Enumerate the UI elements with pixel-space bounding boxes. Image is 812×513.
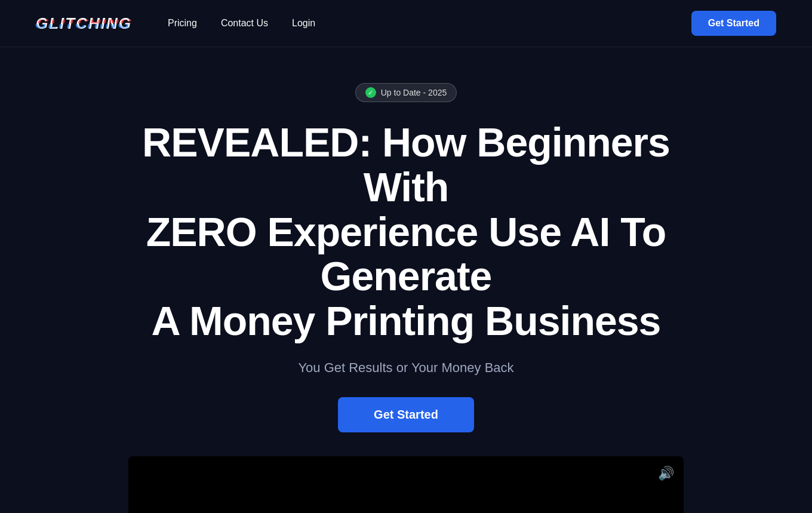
- navbar-left: GLITCHING Pricing Contact Us Login: [36, 14, 315, 33]
- nav-get-started-button[interactable]: Get Started: [691, 11, 776, 36]
- badge-check-icon: ✓: [365, 87, 376, 98]
- hero-title: REVEALED: How Beginners With ZERO Experi…: [137, 120, 675, 343]
- badge-text: Up to Date - 2025: [381, 88, 447, 97]
- volume-icon[interactable]: 🔊: [658, 466, 674, 481]
- hero-title-line1: REVEALED: How Beginners With: [142, 119, 670, 210]
- video-player[interactable]: 🔊: [128, 456, 684, 513]
- site-logo[interactable]: GLITCHING: [36, 14, 132, 33]
- hero-get-started-button[interactable]: Get Started: [338, 397, 474, 432]
- hero-subtitle: You Get Results or Your Money Back: [298, 360, 513, 376]
- hero-title-line2: ZERO Experience Use AI To Generate: [146, 209, 666, 299]
- hero-title-line3: A Money Printing Business: [152, 298, 661, 343]
- hero-section: ✓ Up to Date - 2025 REVEALED: How Beginn…: [0, 47, 812, 513]
- logo-text: GLITCHING: [36, 14, 132, 33]
- navbar: GLITCHING Pricing Contact Us Login Get S…: [0, 0, 812, 47]
- nav-link-contact[interactable]: Contact Us: [221, 18, 268, 28]
- nav-links: Pricing Contact Us Login: [168, 18, 315, 29]
- nav-item-contact[interactable]: Contact Us: [221, 18, 268, 29]
- nav-item-pricing[interactable]: Pricing: [168, 18, 197, 29]
- update-badge: ✓ Up to Date - 2025: [355, 83, 457, 102]
- nav-item-login[interactable]: Login: [292, 18, 315, 29]
- nav-link-pricing[interactable]: Pricing: [168, 18, 197, 28]
- nav-link-login[interactable]: Login: [292, 18, 315, 28]
